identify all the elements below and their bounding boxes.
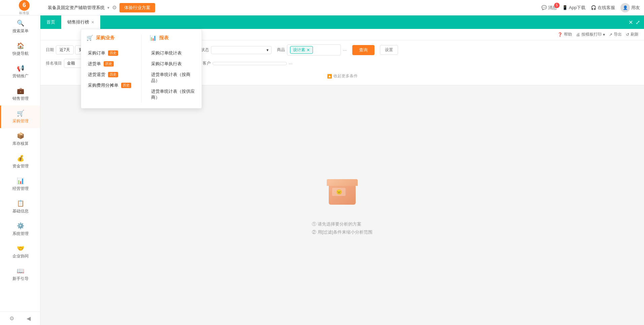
date-recent7[interactable]: 近7天 [56, 45, 74, 54]
sales-icon: 💼 [17, 87, 24, 94]
report-3-label: 进货单统计表（按商品） [151, 72, 195, 84]
report-4-label: 进货单统计表（按供应商） [151, 88, 195, 100]
purchase-expense-history-badge: 历史 [121, 83, 131, 88]
app-download-item[interactable]: 📱 App下载 [562, 5, 585, 11]
goods-select[interactable]: 设计素 ✕ [287, 44, 341, 55]
guide-icon: 📖 [17, 267, 24, 275]
doc-status-chevron-icon: ▾ [266, 48, 269, 52]
system-name: 装备及固定资产辅助管理系统 [48, 5, 105, 11]
sidebar-item-inventory[interactable]: 📦 库存核算 [0, 128, 40, 151]
customer-more-icon[interactable]: ··· [289, 61, 293, 66]
tab-sales-ranking-label: 销售排行榜 [67, 19, 89, 25]
purchase-dropdown: 🛒 采购业务 采购订单 历史 进货单 历史 进货退货 历史 采购费用分摊单 [81, 29, 202, 109]
empty-state: 😐 请先选择要分析的方案 用[过滤]条件来缩小分析范围 [40, 85, 644, 325]
tab-home-label: 首页 [46, 19, 55, 25]
dropdown-item-purchase-order[interactable]: 采购订单 历史 [86, 48, 133, 58]
sidebar-label-quick-nav: 快捷导航 [12, 51, 29, 56]
goods-more-icon[interactable]: ··· [343, 47, 347, 53]
refresh-label: 刷新 [631, 32, 639, 37]
sidebar-item-system[interactable]: ⚙️ 系统管理 [0, 218, 40, 241]
topbar-right: 💬 消息 5 📱 App下载 🎧 在线客服 👤 用友 [541, 3, 640, 12]
set-button[interactable]: 设置 [380, 45, 398, 55]
sidebar-item-operations[interactable]: 📊 经营管理 [0, 173, 40, 196]
help-icon: ❓ [558, 32, 563, 37]
tab-sales-ranking[interactable]: 销售排行榜 ✕ [61, 15, 100, 29]
sidebar-label-search: 搜索菜单 [12, 28, 29, 34]
goods-tag: 设计素 ✕ [290, 46, 313, 54]
collapse-label: 收起更多条件 [333, 73, 358, 79]
sidebar-label-finance: 资金管理 [12, 163, 29, 169]
dropdown-item-report-3[interactable]: 进货单统计表（按商品） [150, 69, 196, 86]
reports-header-label: 报表 [159, 35, 169, 41]
online-service-label: 在线客服 [598, 5, 615, 11]
purchase-header-label: 采购业务 [96, 35, 115, 41]
help-label: 帮助 [564, 32, 572, 37]
app-download-label: App下载 [569, 5, 585, 11]
query-button[interactable]: 查询 [352, 45, 374, 55]
sidebar-collapse-icon[interactable]: ◀ [27, 315, 31, 322]
purchase-receipt-history-badge: 历史 [104, 61, 114, 67]
sidebar-item-finance[interactable]: 💰 资金管理 [0, 151, 40, 173]
empty-hint-2: 用[过滤]条件来缩小分析范围 [312, 228, 372, 236]
sidebar-item-purchase[interactable]: 🛒 采购管理 [0, 106, 40, 128]
purchase-order-history-badge: 历史 [108, 50, 118, 56]
dropdown-item-report-2[interactable]: 采购订单执行表 [150, 58, 196, 69]
print-template-action[interactable]: 🖨 按模板打印 ▾ [576, 32, 605, 37]
purchase-order-label: 采购订单 [88, 50, 105, 56]
sidebar-item-marketing[interactable]: 📢 营销推广 [0, 60, 40, 83]
sidebar-item-search[interactable]: 🔍 搜索菜单 [0, 15, 40, 38]
sidebar-label-marketing: 营销推广 [12, 73, 29, 79]
sidebar: 🔍 搜索菜单 🏠 快捷导航 📢 营销推广 💼 销售管理 🛒 采购管理 📦 库存核… [0, 15, 40, 325]
dropdown-item-report-1[interactable]: 采购订单统计表 [150, 48, 196, 58]
settings-icon[interactable]: ⚙ [112, 4, 117, 11]
sidebar-label-basic-info: 基础信息 [12, 208, 29, 214]
search-icon: 🔍 [17, 19, 24, 27]
empty-text: 请先选择要分析的方案 用[过滤]条件来缩小分析范围 [312, 220, 372, 236]
sidebar-item-quick-nav[interactable]: 🏠 快捷导航 [0, 38, 40, 60]
logo-area: 6 标准版 [4, 0, 44, 15]
online-service-item[interactable]: 🎧 在线客服 [591, 5, 615, 11]
tab-bar: 首页 销售排行榜 ✕ ✕ ⤢ [40, 15, 644, 29]
dropdown-item-purchase-return[interactable]: 进货退货 历史 [86, 69, 133, 80]
tab-close-all-icon[interactable]: ✕ [629, 19, 633, 26]
export-icon: ↗ [609, 32, 612, 37]
purchase-icon: 🛒 [17, 110, 24, 117]
sidebar-item-basic-info[interactable]: 📋 基础信息 [0, 196, 40, 218]
sidebar-label-guide: 新手引导 [12, 276, 29, 282]
filter-customer-group: 客户 ··· [203, 60, 293, 66]
tab-home[interactable]: 首页 [40, 15, 61, 29]
sidebar-item-guide[interactable]: 📖 新手引导 [0, 263, 40, 286]
phone-icon: 📱 [562, 5, 568, 10]
report-2-label: 采购订单执行表 [151, 61, 182, 67]
empty-illustration: 😐 [322, 174, 362, 215]
system-dropdown-icon[interactable]: ▾ [107, 5, 109, 10]
doc-status-select[interactable]: ▾ [211, 46, 272, 54]
customer-select[interactable] [213, 62, 287, 65]
dropdown-item-purchase-expense[interactable]: 采购费用分摊单 历史 [86, 80, 133, 91]
notification-item[interactable]: 💬 消息 5 [541, 5, 557, 11]
collapse-button[interactable]: 🔼 收起更多条件 [325, 71, 360, 81]
tab-close-icon[interactable]: ✕ [91, 20, 94, 25]
dropdown-item-purchase-receipt[interactable]: 进货单 历史 [86, 58, 133, 69]
sidebar-settings-icon[interactable]: ⚙ [9, 315, 14, 322]
sidebar-item-enterprise[interactable]: 🤝 企业协同 [0, 241, 40, 263]
tab-expand-icon[interactable]: ⤢ [636, 19, 640, 26]
main-layout: 🔍 搜索菜单 🏠 快捷导航 📢 营销推广 💼 销售管理 🛒 采购管理 📦 库存核… [0, 15, 644, 325]
marketing-icon: 📢 [17, 65, 24, 72]
export-action[interactable]: ↗ 导出 [609, 32, 622, 37]
help-action[interactable]: ❓ 帮助 [558, 32, 572, 37]
sidebar-label-purchase: 采购管理 [12, 118, 29, 124]
goods-label: 商品 [277, 47, 285, 53]
refresh-action[interactable]: ↺ 刷新 [626, 32, 639, 37]
enterprise-icon: 🤝 [17, 245, 24, 252]
empty-hint-1: 请先选择要分析的方案 [312, 220, 372, 228]
dropdown-item-report-4[interactable]: 进货单统计表（按供应商） [150, 86, 196, 103]
logo-icon: 6 [19, 0, 30, 11]
sidebar-item-sales[interactable]: 💼 销售管理 [0, 83, 40, 106]
customer-label: 客户 [203, 60, 211, 66]
goods-tag-close-icon[interactable]: ✕ [307, 48, 310, 52]
industry-btn[interactable]: 体验行业方案 [119, 3, 155, 12]
user-item[interactable]: 👤 用友 [620, 3, 640, 12]
reports-header: 📊 报表 [150, 35, 196, 44]
inventory-icon: 📦 [17, 132, 24, 139]
